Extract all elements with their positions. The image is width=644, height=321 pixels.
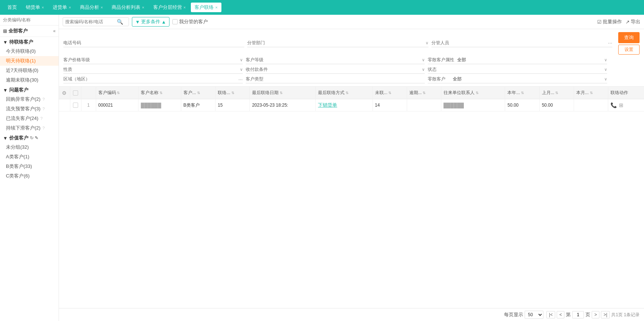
sidebar-search-area: 🔍 [0, 15, 59, 25]
sidebar-class-a[interactable]: A类客户(1) [0, 152, 59, 162]
sidebar-churned[interactable]: 已流失客户(24) ? [0, 114, 59, 123]
nav-product-analysis[interactable]: 商品分析 × [76, 3, 106, 12]
collapse-icon[interactable]: « [53, 28, 56, 34]
edit-icon[interactable]: ✎ [35, 135, 38, 141]
th-customer-name[interactable]: 客户名称 [139, 87, 181, 99]
th-this-year[interactable]: 本年... [505, 87, 539, 99]
sidebar-tomorrow-pending[interactable]: 明天待联络(1) [0, 56, 59, 66]
sidebar-pending-title[interactable]: ▼ 待联络客户 [0, 37, 59, 46]
nav-close-purchase[interactable]: × [69, 5, 71, 10]
table-row: 1 000021 ██████ B类客户 15 2023-05-23 18:25… [59, 99, 644, 111]
page-size-select[interactable]: 50 100 200 [525, 311, 543, 319]
funnel-icon: ▼ [135, 19, 140, 25]
row-this-year: 50.00 [505, 99, 539, 111]
sidebar-search-input[interactable] [3, 17, 58, 23]
nav-product-list[interactable]: 商品分析列表 × [108, 3, 148, 12]
payment-dropdown-icon[interactable]: ∨ [422, 67, 425, 72]
sidebar-7day-pending[interactable]: 近7天待联络(0) [0, 66, 59, 75]
nav-close-customer-tier[interactable]: × [183, 5, 186, 10]
nav-customer-contact[interactable]: 客户联络 × [191, 3, 221, 12]
sidebar-class-b[interactable]: B类客户(33) [0, 162, 59, 171]
my-customers-checkbox-wrap[interactable]: 我分管的客户 [172, 18, 208, 25]
expand-icon-3: ▼ [3, 135, 8, 141]
level-dropdown-icon[interactable]: ∨ [422, 58, 425, 62]
customer-level-field: 客户等级 ∨ [246, 57, 425, 64]
sidebar-today-pending[interactable]: 今天待联络(0) [0, 46, 59, 56]
set-button[interactable]: 设置 [618, 45, 640, 55]
th-this-month[interactable]: 本月... [574, 87, 608, 99]
advanced-filter-panel: 电话号码 分管部门 ∨ 分管人员 ··· 查询 设置 [59, 29, 644, 87]
person-dots-btn[interactable]: ··· [608, 40, 612, 46]
sidebar-overdue-pending[interactable]: 逾期未联络(30) [0, 75, 59, 85]
nav-home[interactable]: 首页 [4, 3, 21, 12]
th-contact-count[interactable]: 联络... [215, 87, 249, 99]
sidebar-class-c[interactable]: C类客户(6) [0, 171, 59, 181]
batch-op-button[interactable]: ☑ 批量操作 [597, 18, 622, 25]
page-input[interactable] [572, 311, 584, 318]
settings-icon[interactable]: ⚙ [62, 90, 67, 96]
row-customer-code: 000021 [96, 99, 139, 111]
th-overdue[interactable]: 逾期... [407, 87, 441, 99]
filter-row-2: 客户价格等级 ∨ 客户等级 ∨ 零散客户属性 全部 ∨ [63, 57, 640, 64]
more-filter-button[interactable]: ▼ 更多条件 ▲ [132, 17, 169, 27]
retail-attr-dropdown-icon[interactable]: ∨ [604, 58, 607, 62]
dept-dropdown-icon[interactable]: ∨ [426, 41, 428, 45]
sidebar-declining[interactable]: 持续下滑客户(2) ? [0, 123, 59, 133]
th-not-contact[interactable]: 未联... [372, 87, 407, 99]
sidebar-ungrouped[interactable]: 未分组(32) [0, 142, 59, 152]
content-area: 🔍 ▼ 更多条件 ▲ 我分管的客户 ☑ 批量操作 ↗ 导出 [59, 15, 644, 321]
contact-action-icon[interactable]: 📞 [610, 102, 617, 108]
nav-close-customer-contact[interactable]: × [215, 5, 217, 10]
sidebar-value-title[interactable]: ▼ 价值客户 ↻ ✎ [0, 133, 59, 142]
sidebar-churn-warning[interactable]: 流失预警客户(3) ? [0, 104, 59, 114]
next-page-btn[interactable]: > [592, 311, 599, 318]
row-last-month: 50.00 [539, 99, 574, 111]
footer: 每页显示 50 100 200 |< < 第 页 > >| 共1页 1条记录 [59, 308, 644, 321]
area-dots-btn[interactable]: ··· [238, 76, 243, 82]
nav-close-sales[interactable]: × [42, 5, 44, 10]
last-page-btn[interactable]: >| [601, 311, 610, 318]
th-last-contact-method[interactable]: 最后联络方式 [316, 87, 372, 99]
sidebar: 🔍 ⊞ 全部客户 « ▼ 待联络客户 今天待联络(0) 明天待联络(1) 近7天… [0, 15, 59, 321]
nav-close-product-analysis[interactable]: × [101, 5, 103, 10]
payment-field: 收付款条件 ∨ [246, 66, 425, 74]
sidebar-abnormal-repurchase[interactable]: 回购异常客户(2) ? [0, 94, 59, 104]
main-search-icon[interactable]: 🔍 [117, 19, 123, 25]
th-last-contact-date[interactable]: 最后联络日期 [250, 87, 316, 99]
nav-close-product-list[interactable]: × [142, 5, 144, 10]
dept-field: 分管部门 ∨ [247, 40, 428, 47]
expand-icon-2: ▼ [3, 87, 8, 93]
first-page-btn[interactable]: |< [546, 311, 555, 318]
refresh-icon[interactable]: ↻ [30, 135, 34, 141]
nav-purchase[interactable]: 进货单 × [49, 3, 74, 12]
th-customer-code[interactable]: 客户编码 [96, 87, 139, 99]
row-checkbox[interactable] [73, 103, 78, 108]
query-button[interactable]: 查询 [618, 32, 640, 43]
row-this-month [574, 99, 608, 111]
retail-customer-field: 零散客户 全部 ∨ [428, 76, 607, 83]
price-dropdown-icon[interactable]: ∨ [240, 58, 243, 62]
retail-customer-dropdown-icon[interactable]: ∨ [604, 77, 607, 82]
sidebar-problem-title[interactable]: ▼ 问题客户 [0, 85, 59, 94]
th-num [81, 87, 96, 99]
more-action-icon[interactable]: ⊞ [619, 102, 623, 108]
th-last-month[interactable]: 上月... [539, 87, 574, 99]
gender-dropdown-icon[interactable]: ∨ [240, 67, 243, 72]
nav-sales-order[interactable]: 销货单 × [22, 3, 48, 12]
person-field: 分管人员 ··· [431, 40, 612, 47]
nav-customer-tier[interactable]: 客户分层经营 × [150, 3, 189, 12]
header-checkbox[interactable] [73, 90, 78, 96]
main-search-input[interactable] [65, 19, 117, 24]
export-button[interactable]: ↗ 导出 [626, 18, 640, 25]
right-actions: ☑ 批量操作 ↗ 导出 [597, 18, 640, 25]
th-unit-contact[interactable]: 往来单位联系人 [441, 87, 505, 99]
main-layout: 🔍 ⊞ 全部客户 « ▼ 待联络客户 今天待联络(0) 明天待联络(1) 近7天… [0, 15, 644, 321]
status-dropdown-icon[interactable]: ∨ [604, 67, 607, 72]
retail-attr-field: 零散客户属性 全部 ∨ [428, 57, 607, 64]
th-customer-type[interactable]: 客户... [181, 87, 215, 99]
sidebar-all-customers[interactable]: ⊞ 全部客户 « [0, 25, 59, 37]
prev-page-btn[interactable]: < [557, 311, 564, 318]
row-settings [59, 99, 70, 111]
my-customers-checkbox[interactable] [172, 19, 178, 24]
row-customer-name: ██████ [139, 99, 181, 111]
